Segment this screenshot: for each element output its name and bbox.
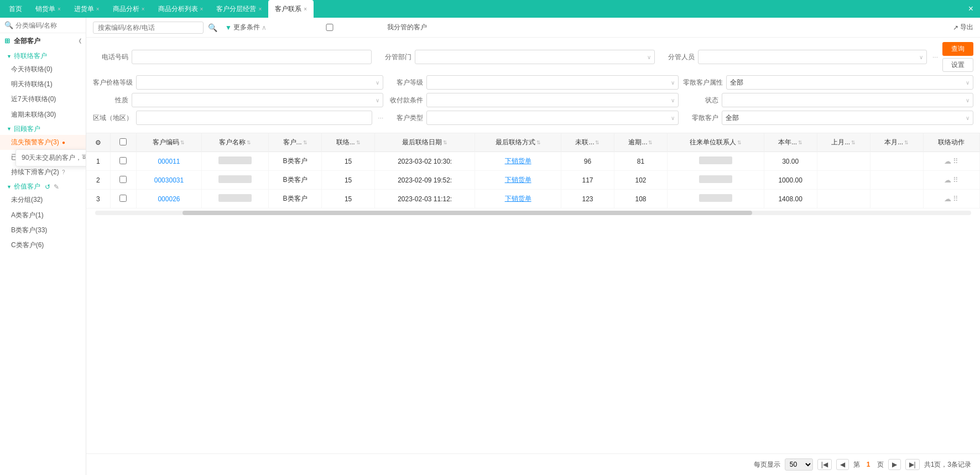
region-more-icon[interactable]: ··· xyxy=(378,114,383,122)
my-customers-checkbox[interactable] xyxy=(274,24,385,31)
more-action-icon[interactable]: ⠿ xyxy=(953,195,958,203)
sidebar-item-churn-warning[interactable]: 流失预警客户(3) ● xyxy=(0,135,86,150)
price-level-select[interactable]: ∨ xyxy=(136,75,383,90)
row-code[interactable]: 000026 xyxy=(136,190,201,208)
search-icon[interactable]: 🔍 xyxy=(208,23,217,32)
row-checkbox[interactable] xyxy=(110,171,136,190)
export-icon: ↗ xyxy=(953,24,958,32)
row-actions[interactable]: ☁ ⠿ xyxy=(923,171,979,190)
collapse-sidebar-icon[interactable]: 《 xyxy=(76,38,81,45)
all-customers-header[interactable]: ⊞ 全部客户 《 xyxy=(0,33,86,49)
status-select[interactable]: ∨ xyxy=(722,93,973,107)
tab-product-analysis-list[interactable]: 商品分析列表 × xyxy=(152,0,210,18)
tab-sales[interactable]: 销货单 × xyxy=(29,0,67,18)
zero-customer-attr-select[interactable]: 全部 ∨ xyxy=(726,75,973,90)
nature-select[interactable]: ∨ xyxy=(132,93,383,107)
group-review-customers[interactable]: ▼ 回顾客户 xyxy=(0,122,86,135)
close-tab-product-analysis[interactable]: × xyxy=(142,6,145,12)
last-page-btn[interactable]: ▶| xyxy=(905,459,920,470)
group-value-customers[interactable]: ▼ 价值客户 ↺ ✎ xyxy=(0,180,86,192)
select-all-checkbox[interactable] xyxy=(119,138,127,145)
overdue-col-header[interactable]: 逾期...⇅ xyxy=(614,133,667,152)
sidebar-item-declining[interactable]: 持续下滑客户(2) ? xyxy=(0,165,86,180)
phone-input[interactable] xyxy=(132,50,372,64)
type-col-header[interactable]: 客户...⇅ xyxy=(269,133,322,152)
sidebar-search-input[interactable] xyxy=(15,22,86,29)
row-last-method[interactable]: 下销货单 xyxy=(475,190,561,208)
customer-type-select[interactable]: ∨ xyxy=(426,111,678,125)
this-year-col-header[interactable]: 本年...⇅ xyxy=(764,133,817,152)
contact-col-header[interactable]: 联络...⇅ xyxy=(322,133,375,152)
close-tab-customer-stratification[interactable]: × xyxy=(258,6,262,12)
sidebar-item-class-a[interactable]: A类客户(1) xyxy=(0,208,86,223)
row-checkbox[interactable] xyxy=(110,190,136,208)
row-last-method[interactable]: 下销货单 xyxy=(475,171,561,190)
settings-button[interactable]: 设置 xyxy=(942,58,973,72)
close-tab-sales[interactable]: × xyxy=(58,6,61,12)
row-code[interactable]: 000011 xyxy=(136,152,201,171)
prev-page-btn[interactable]: ◀ xyxy=(836,459,849,470)
sidebar-item-ungrouped[interactable]: 未分组(32) xyxy=(0,192,86,207)
this-month-col-header[interactable]: 本月...⇅ xyxy=(870,133,923,152)
last-month-col-header[interactable]: 上月...⇅ xyxy=(817,133,870,152)
scrollbar-thumb[interactable] xyxy=(183,211,752,215)
contact-action-icon[interactable]: ☁ xyxy=(944,195,951,203)
my-customers-checkbox-label[interactable]: 我分管的客户 xyxy=(274,23,427,32)
group-arrow-icon: ▼ xyxy=(7,54,12,59)
sidebar-item-overdue[interactable]: 逾期未联络(30) xyxy=(0,107,86,122)
row-overdue: 102 xyxy=(614,171,667,190)
row-last-date: 2023-03-02 10:30: xyxy=(375,152,475,171)
page-size-select[interactable]: 50 100 200 xyxy=(785,458,813,471)
zero-customer-select[interactable]: 全部 ∨ xyxy=(722,111,973,125)
customer-level-select[interactable]: ∨ xyxy=(426,75,678,90)
close-tab-product-analysis-list[interactable]: × xyxy=(200,6,204,12)
tab-home[interactable]: 首页 xyxy=(2,0,29,18)
window-close-btn[interactable]: × xyxy=(968,4,978,14)
code-col-header[interactable]: 客户编码⇅ xyxy=(136,133,201,152)
manager-more-icon[interactable]: ··· xyxy=(932,53,938,61)
dept-select[interactable]: ∨ xyxy=(415,50,655,64)
close-tab-customer-contact[interactable]: × xyxy=(304,6,307,12)
checkbox-col-header[interactable] xyxy=(110,133,136,152)
horizontal-scrollbar[interactable] xyxy=(95,211,971,215)
unlinked-col-header[interactable]: 未联...⇅ xyxy=(561,133,614,152)
group-pending-contact[interactable]: ▼ 待联络客户 xyxy=(0,49,86,62)
more-conditions-btn[interactable]: ▼ 更多条件 ∧ xyxy=(222,21,270,34)
search-input[interactable] xyxy=(93,22,204,34)
tab-customer-stratification[interactable]: 客户分层经营 × xyxy=(210,0,268,18)
more-action-icon[interactable]: ⠿ xyxy=(953,176,958,184)
row-checkbox[interactable] xyxy=(110,152,136,171)
tab-customer-contact[interactable]: 客户联系 × xyxy=(268,0,314,18)
payment-select[interactable]: ∨ xyxy=(426,93,678,107)
next-page-btn[interactable]: ▶ xyxy=(888,459,901,470)
settings-col-header[interactable]: ⚙ xyxy=(86,133,110,152)
export-btn[interactable]: ↗ 导出 xyxy=(953,23,973,32)
row-actions[interactable]: ☁ ⠿ xyxy=(923,190,979,208)
row-code[interactable]: 00030031 xyxy=(136,171,201,190)
sidebar-item-class-c[interactable]: C类客户(6) xyxy=(0,238,86,253)
sort-icon-contact-person: ⇅ xyxy=(737,140,742,145)
refresh-icon[interactable]: ↺ xyxy=(45,183,50,191)
tab-product-analysis[interactable]: 商品分析 × xyxy=(106,0,152,18)
sidebar-item-class-b[interactable]: B类客户(33) xyxy=(0,223,86,238)
sidebar-item-7days[interactable]: 近7天待联络(0) xyxy=(0,92,86,107)
first-page-btn[interactable]: |◀ xyxy=(817,459,832,470)
more-action-icon[interactable]: ⠿ xyxy=(953,157,958,165)
name-col-header[interactable]: 客户名称⇅ xyxy=(201,133,268,152)
sidebar-item-tomorrow[interactable]: 明天待联络(1) xyxy=(0,77,86,92)
query-button[interactable]: 查询 xyxy=(942,42,973,56)
manager-select[interactable]: ∨ xyxy=(698,50,927,64)
row-actions[interactable]: ☁ ⠿ xyxy=(923,152,979,171)
last-date-col-header[interactable]: 最后联络日期⇅ xyxy=(375,133,475,152)
edit-icon[interactable]: ✎ xyxy=(54,183,59,191)
sidebar-item-today[interactable]: 今天待联络(0) xyxy=(0,62,86,77)
row-unlinkdays: 117 xyxy=(561,171,614,190)
tab-purchase[interactable]: 进货单 × xyxy=(67,0,106,18)
contact-action-icon[interactable]: ☁ xyxy=(944,176,951,184)
last-method-col-header[interactable]: 最后联络方式⇅ xyxy=(475,133,561,152)
close-tab-purchase[interactable]: × xyxy=(96,6,100,12)
contact-person-col-header[interactable]: 往来单位联系人⇅ xyxy=(667,133,764,152)
region-select[interactable] xyxy=(136,111,372,125)
contact-action-icon[interactable]: ☁ xyxy=(944,157,951,165)
row-last-method[interactable]: 下销货单 xyxy=(475,152,561,171)
